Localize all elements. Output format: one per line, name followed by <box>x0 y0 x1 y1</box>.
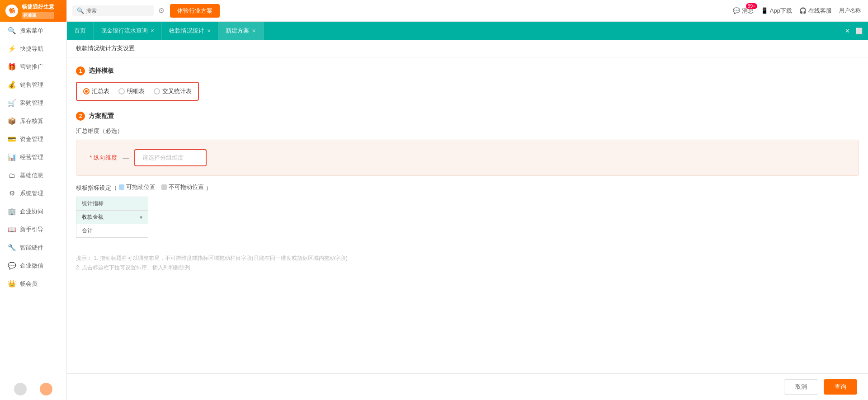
sidebar-item-marketing[interactable]: 🎁 营销推广 <box>0 58 66 76</box>
topbar-left: 🔍 ⚙ 体验行业方案 <box>67 4 726 18</box>
sidebar-item-inventory[interactable]: 📦 库存核算 <box>0 112 66 130</box>
indicator-table-header: 统计指标 <box>76 197 148 211</box>
step2-header: 2 方案配置 <box>76 112 859 121</box>
breadcrumb: 收款情况统计方案设置 <box>76 45 135 52</box>
indicator-settings: 模板指标设定（ 可拖动位置 不可拖动位置 ） 统计指标 <box>76 183 859 238</box>
finance-icon: 💳 <box>7 135 16 144</box>
step2-title: 方案配置 <box>89 112 114 120</box>
tab-close-bank-flow[interactable]: × <box>151 27 154 34</box>
cancel-button[interactable]: 取消 <box>784 379 818 395</box>
sidebar-logo: 畅 畅捷通好生意 标准版 <box>0 0 66 22</box>
operations-icon: 📊 <box>7 153 16 162</box>
tab-close-window-icon[interactable]: ✕ <box>845 28 850 34</box>
search-icon-top: 🔍 <box>77 7 84 14</box>
tip1: 提示： 1. 拖动标题栏可以调整布局，不可跨维度或指标区域拖动栏目字段(只能在同… <box>76 254 859 262</box>
trial-button[interactable]: 体验行业方案 <box>170 4 220 18</box>
sidebar-item-finance[interactable]: 💳 资金管理 <box>0 130 66 148</box>
tab-payment-stats[interactable]: 收款情况统计 × <box>162 22 218 40</box>
dimension-row-label: * 纵向维度 <box>85 154 117 162</box>
step1-num: 1 <box>76 66 85 75</box>
system-icon: ⚙ <box>7 189 16 198</box>
download-icon: 📱 <box>761 7 768 14</box>
config-section: 汇总维度（必选） * 纵向维度 — 请选择分组维度 模板指标设定（ <box>76 127 859 238</box>
sidebar-item-enterprise[interactable]: 🏢 企业协同 <box>0 202 66 221</box>
main-content: 收款情况统计方案设置 1 选择模板 汇总表 明细表 交叉统计表 <box>67 40 868 400</box>
query-button[interactable]: 查询 <box>824 379 857 395</box>
tab-close-payment-stats[interactable]: × <box>207 27 211 34</box>
tab-new-plan[interactable]: 新建方案 × <box>218 22 263 40</box>
cell-dropdown-icon[interactable]: ▾ <box>140 214 142 221</box>
sidebar-item-operations[interactable]: 📊 经营管理 <box>0 148 66 166</box>
search-input[interactable] <box>86 8 140 14</box>
guide-icon: 📖 <box>7 225 16 234</box>
sidebar: 畅 畅捷通好生意 标准版 🔍 搜索菜单 ⚡ 快捷导航 🎁 营销推广 💰 销售管理… <box>0 0 67 400</box>
wechat-icon: 💬 <box>7 261 16 270</box>
indicator-header: 模板指标设定（ 可拖动位置 不可拖动位置 ） <box>76 183 859 192</box>
dimension-select[interactable]: 请选择分组维度 <box>134 149 207 166</box>
radio-circle-detail <box>118 88 125 94</box>
tips-section: 提示： 1. 拖动标题栏可以调整布局，不可跨维度或指标区域拖动栏目字段(只能在同… <box>76 247 859 272</box>
tab-home[interactable]: 首页 <box>67 22 94 40</box>
dimension-arrow: — <box>123 154 129 161</box>
user-avatar[interactable] <box>14 383 27 395</box>
sidebar-item-base-info[interactable]: 🗂 基础信息 <box>0 166 66 184</box>
smart-hw-icon: 🔧 <box>7 243 16 252</box>
user-info[interactable]: 用户名称 <box>839 7 861 14</box>
member-icon: 👑 <box>7 279 16 288</box>
topbar: 🔍 ⚙ 体验行业方案 💬 消息 99+ 📱 App下载 🎧 在线客服 用户名称 <box>67 0 868 22</box>
sidebar-item-sales[interactable]: 💰 销售管理 <box>0 76 66 94</box>
action-bar: 取消 查询 <box>67 373 868 400</box>
step1-header: 1 选择模板 <box>76 66 859 75</box>
legend-not-draggable-icon <box>161 184 167 190</box>
sidebar-item-smart-hw[interactable]: 🔧 智能硬件 <box>0 239 66 257</box>
radio-cross[interactable]: 交叉统计表 <box>154 87 192 95</box>
online-service[interactable]: 🎧 在线客服 <box>799 7 832 15</box>
template-options: 汇总表 明细表 交叉统计表 <box>76 82 199 101</box>
sidebar-item-wechat[interactable]: 💬 企业微信 <box>0 257 66 275</box>
radio-circle-cross <box>154 88 160 94</box>
sidebar-item-guide[interactable]: 📖 新手引导 <box>0 221 66 239</box>
step2-section: 2 方案配置 汇总维度（必选） * 纵向维度 — 请选择分组维度 <box>76 112 859 272</box>
step2-num: 2 <box>76 112 85 121</box>
tabbar: 首页 现金银行流水查询 × 收款情况统计 × 新建方案 × ✕ ⬜ <box>67 22 868 40</box>
tab-controls: ✕ ⬜ <box>840 22 868 40</box>
purchase-icon: 🛒 <box>7 99 16 108</box>
tip2: 2. 点击标题栏下拉可设置排序、插入列和删除列 <box>76 264 859 272</box>
notification-badge[interactable]: 💬 消息 99+ <box>733 7 754 15</box>
indicator-cell-payment[interactable]: 收款金额 ▾ <box>76 211 148 224</box>
indicator-table: 统计指标 收款金额 ▾ 合计 <box>76 197 148 238</box>
page-header: 收款情况统计方案设置 <box>67 40 868 57</box>
service-icon: 🎧 <box>799 7 807 14</box>
app-download[interactable]: 📱 App下载 <box>761 7 792 15</box>
sidebar-item-search-menu[interactable]: 🔍 搜索菜单 <box>0 22 66 40</box>
step1-title: 选择模板 <box>89 67 114 75</box>
sidebar-item-quick-nav[interactable]: ⚡ 快捷导航 <box>0 40 66 58</box>
tab-close-new-plan[interactable]: × <box>252 27 255 34</box>
indicator-subtotal: 合计 <box>76 224 148 237</box>
base-info-icon: 🗂 <box>7 171 16 180</box>
gear-icon[interactable]: ⚙ <box>158 6 165 15</box>
sidebar-bottom <box>0 378 66 400</box>
quick-nav-icon: ⚡ <box>7 44 16 53</box>
radio-summary[interactable]: 汇总表 <box>83 87 109 95</box>
search-box[interactable]: 🔍 <box>72 5 154 16</box>
inventory-icon: 📦 <box>7 117 16 126</box>
dimension-area: * 纵向维度 — 请选择分组维度 <box>76 140 859 176</box>
page-body: 1 选择模板 汇总表 明细表 交叉统计表 2 <box>67 57 868 377</box>
legend-draggable-icon <box>119 184 124 190</box>
sidebar-item-system[interactable]: ⚙ 系统管理 <box>0 184 66 202</box>
user-avatar2[interactable] <box>40 383 52 395</box>
sidebar-item-member[interactable]: 👑 畅会员 <box>0 275 66 293</box>
dimension-row: * 纵向维度 — 请选择分组维度 <box>85 149 849 166</box>
sidebar-item-purchase[interactable]: 🛒 采购管理 <box>0 94 66 112</box>
sales-icon: 💰 <box>7 80 16 89</box>
radio-detail[interactable]: 明细表 <box>118 87 145 95</box>
logo-text: 畅捷通好生意 标准版 <box>22 3 54 19</box>
tab-bank-flow[interactable]: 现金银行流水查询 × <box>94 22 162 40</box>
search-icon: 🔍 <box>7 26 16 35</box>
step1-section: 1 选择模板 汇总表 明细表 交叉统计表 <box>76 66 859 101</box>
dimension-label: 汇总维度（必选） <box>76 127 859 135</box>
message-icon: 💬 <box>733 7 740 14</box>
radio-circle-summary <box>83 88 90 94</box>
tab-maximize-icon[interactable]: ⬜ <box>855 28 863 34</box>
